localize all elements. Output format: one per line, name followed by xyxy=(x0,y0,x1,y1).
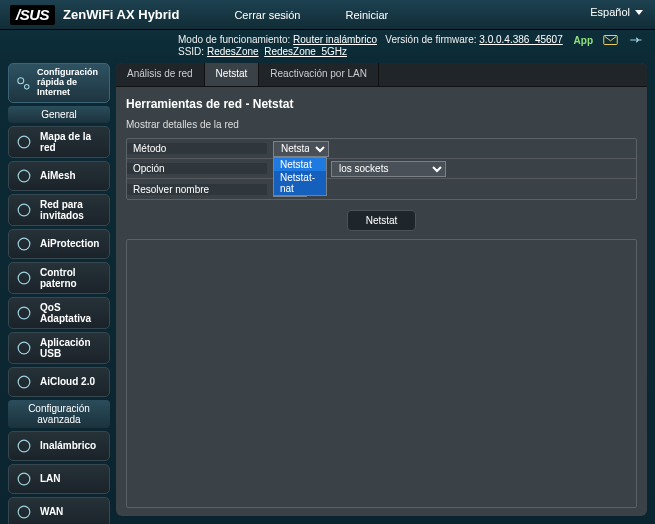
quick-setup-button[interactable]: Configuraciónrápida de Internet xyxy=(8,63,110,103)
svg-point-2 xyxy=(25,84,30,89)
menu-icon xyxy=(14,132,34,152)
svg-point-10 xyxy=(18,376,30,388)
svg-point-5 xyxy=(18,204,30,216)
method-select[interactable]: Netstat xyxy=(273,141,329,157)
logout-button[interactable]: Cerrar sesión xyxy=(234,9,300,21)
sidebar: Configuraciónrápida de Internet General … xyxy=(8,63,110,516)
ssid-label: SSID: xyxy=(178,46,204,57)
option-label: Opción xyxy=(127,163,267,174)
chevron-down-icon xyxy=(635,10,643,15)
mail-icon[interactable] xyxy=(603,34,618,47)
svg-point-7 xyxy=(18,272,30,284)
menu-icon xyxy=(14,234,34,254)
sidebar-advanced-0[interactable]: Inalámbrico xyxy=(8,431,110,461)
menu-label: WAN xyxy=(40,506,63,517)
method-option-netstat-nat[interactable]: Netstat-nat xyxy=(274,171,326,195)
sidebar-advanced-1[interactable]: LAN xyxy=(8,464,110,494)
app-badge[interactable]: App xyxy=(574,35,593,46)
tab-bar: Análisis de redNetstatReactivación por L… xyxy=(116,63,647,87)
menu-icon xyxy=(14,338,34,358)
header-bar: /SUS ZenWiFi AX Hybrid Cerrar sesión Rei… xyxy=(0,0,655,30)
ssid-2[interactable]: RedesZone_5GHz xyxy=(264,46,347,57)
menu-label: AiCloud 2.0 xyxy=(40,376,95,387)
sidebar-general-1[interactable]: AiMesh xyxy=(8,161,110,191)
menu-label: Red para invitados xyxy=(40,199,104,221)
info-bar: Modo de funcionamiento: Router inalámbri… xyxy=(0,30,655,60)
netstat-run-button[interactable]: Netstat xyxy=(347,210,417,231)
tab-0[interactable]: Análisis de red xyxy=(116,63,205,86)
output-area xyxy=(126,239,637,508)
page-description: Mostrar detalles de la red xyxy=(126,119,637,130)
ssid-1[interactable]: RedesZone xyxy=(207,46,259,57)
method-option-netstat[interactable]: Netstat xyxy=(274,158,326,171)
menu-label: AiMesh xyxy=(40,170,76,181)
section-general: General xyxy=(8,106,110,123)
menu-label: Mapa de la red xyxy=(40,131,104,153)
tab-1[interactable]: Netstat xyxy=(205,63,260,86)
option-select[interactable]: los sockets xyxy=(331,161,446,177)
brand-logo: /SUS xyxy=(10,5,55,25)
menu-icon xyxy=(14,469,34,489)
fw-label: Versión de firmware: xyxy=(385,34,476,45)
svg-point-8 xyxy=(18,307,30,319)
section-advanced: Configuración avanzada xyxy=(8,400,110,428)
menu-label: AiProtection xyxy=(40,238,99,249)
menu-icon xyxy=(14,166,34,186)
model-name: ZenWiFi AX Hybrid xyxy=(63,7,179,22)
sidebar-general-0[interactable]: Mapa de la red xyxy=(8,126,110,158)
method-label: Método xyxy=(127,143,267,154)
language-selector[interactable]: Español xyxy=(590,6,643,18)
svg-point-4 xyxy=(18,170,30,182)
sidebar-general-4[interactable]: Control paterno xyxy=(8,262,110,294)
language-label: Español xyxy=(590,6,630,18)
mode-label: Modo de funcionamiento: xyxy=(178,34,290,45)
svg-point-6 xyxy=(18,238,30,250)
mode-value[interactable]: Router inalámbrico xyxy=(293,34,377,45)
form-box: Método Netstat Netstat Netstat-nat Opció… xyxy=(126,138,637,200)
menu-icon xyxy=(14,268,34,288)
menu-label: Control paterno xyxy=(40,267,104,289)
svg-point-9 xyxy=(18,342,30,354)
page-title: Herramientas de red - Netstat xyxy=(126,97,637,111)
resolve-label: Resolver nombre xyxy=(127,184,267,195)
reboot-button[interactable]: Reiniciar xyxy=(345,9,388,21)
svg-point-11 xyxy=(18,440,30,452)
svg-point-1 xyxy=(18,78,24,84)
menu-icon xyxy=(14,502,34,522)
svg-point-3 xyxy=(18,136,30,148)
menu-label: Inalámbrico xyxy=(40,440,96,451)
menu-label: QoS Adaptativa xyxy=(40,302,104,324)
sidebar-general-2[interactable]: Red para invitados xyxy=(8,194,110,226)
sidebar-general-5[interactable]: QoS Adaptativa xyxy=(8,297,110,329)
tab-2[interactable]: Reactivación por LAN xyxy=(259,63,379,86)
svg-point-12 xyxy=(18,473,30,485)
menu-icon xyxy=(14,372,34,392)
menu-icon xyxy=(14,303,34,323)
svg-point-13 xyxy=(18,506,30,518)
fw-value[interactable]: 3.0.0.4.386_45607 xyxy=(479,34,562,45)
menu-label: Aplicación USB xyxy=(40,337,104,359)
sidebar-general-7[interactable]: AiCloud 2.0 xyxy=(8,367,110,397)
method-dropdown-open[interactable]: Netstat Netstat-nat xyxy=(273,157,327,196)
sidebar-advanced-2[interactable]: WAN xyxy=(8,497,110,524)
menu-icon xyxy=(14,200,34,220)
gears-icon xyxy=(14,74,32,92)
menu-icon xyxy=(14,436,34,456)
main-panel: Análisis de redNetstatReactivación por L… xyxy=(116,63,647,516)
menu-label: LAN xyxy=(40,473,61,484)
sidebar-general-3[interactable]: AiProtection xyxy=(8,229,110,259)
usb-icon[interactable] xyxy=(628,34,643,47)
sidebar-general-6[interactable]: Aplicación USB xyxy=(8,332,110,364)
